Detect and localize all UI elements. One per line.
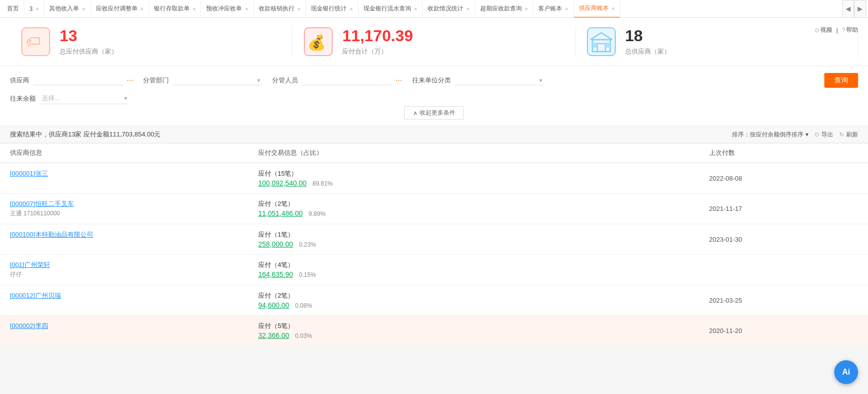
chevron-up-icon: ∧ (413, 110, 418, 117)
payable-percent: 9.89% (309, 210, 326, 217)
tab-cash-stat[interactable]: 现金银行统计 × (306, 0, 358, 18)
close-tab-cash-stat[interactable]: × (350, 6, 353, 12)
person-input[interactable] (302, 75, 391, 85)
nav-next-button[interactable]: ▶ (854, 0, 866, 18)
table-row: [000012]广州贝瑞 应付（2笔） 94,600.00 0.08% 2021… (0, 285, 868, 316)
total-payable-suppliers-number: 13 (60, 27, 118, 45)
payable-info-cell: 应付（2笔） 11,051,486.00 9.89% (258, 199, 709, 218)
last-pay-date: 2020-11-20 (709, 327, 858, 334)
results-bar: 搜索结果中，供应商13家 应付金额111,703,854.00元 排序：按应付余… (0, 126, 868, 143)
category-select[interactable]: ▾ (455, 76, 544, 85)
divider: | (836, 27, 838, 34)
close-tab-adjust[interactable]: × (141, 6, 144, 12)
payable-info-cell: 应付（4笔） 164,635.90 0.15% (258, 261, 709, 279)
supplier-name-link[interactable]: [000007]恒旺二手叉车 (10, 199, 258, 208)
supplier-info-cell: [000012]广州贝瑞 (10, 291, 258, 309)
payable-row: 94,600.00 0.08% (258, 301, 709, 309)
svg-text:💰: 💰 (307, 34, 326, 52)
table-header: 供应商信息 应付交易信息（占比） 上次付数 (0, 143, 868, 163)
filter-supplier: 供应商 ··· (10, 75, 133, 85)
close-tab-receipt[interactable]: × (297, 6, 300, 12)
nav-prev-button[interactable]: ◀ (842, 0, 854, 18)
results-actions: 排序：按应付余额倒序排序 ▾ ⊙ 导出 ↻ 刷新 (732, 131, 858, 139)
svg-rect-8 (605, 43, 610, 48)
tab-overdue[interactable]: 超期应收款查询 × (475, 0, 533, 18)
tab-3[interactable]: 3 × (24, 0, 44, 18)
nav-arrows: ◀ ▶ (842, 0, 866, 18)
tab-receipt[interactable]: 收款核销执行 × (254, 0, 306, 18)
payable-amount-link[interactable]: 94,600.00 (258, 301, 289, 309)
supplier-dots-button[interactable]: ··· (127, 76, 133, 84)
tab-collect-stat[interactable]: 收款情况统计 × (423, 0, 475, 18)
supplier-name-link[interactable]: [000100]本特勤油品有限公司 (10, 230, 258, 239)
last-pay-date: 2023-01-30 (709, 236, 858, 243)
payable-amount-link[interactable]: 164,635.90 (258, 270, 293, 278)
svg-rect-7 (592, 43, 597, 48)
refresh-button[interactable]: ↻ 刷新 (839, 131, 858, 139)
payable-row: 100,092,540.00 89.61% (258, 179, 709, 187)
supplier-name-link[interactable]: [000002]李四 (10, 322, 258, 330)
export-icon: ⊙ (814, 131, 819, 138)
query-button[interactable]: 查询 (824, 73, 858, 88)
supplier-icon: 🏷 (20, 26, 52, 58)
table-row: [000002]李四 应付（5笔） 32,366.00 0.03% 2020-1… (0, 316, 868, 346)
payable-label: 应付（1笔） (258, 230, 709, 239)
play-icon: ⊙ (814, 27, 819, 34)
category-filter-label: 往来单位分类 (412, 76, 451, 85)
total-amount-label: 应付合计（万） (342, 47, 413, 56)
collapse-button[interactable]: ∧ 收起更多条件 (404, 106, 464, 120)
close-tab-3[interactable]: × (36, 6, 39, 12)
payable-percent: 0.23% (299, 241, 316, 248)
close-tab-cash-flow[interactable]: × (414, 6, 417, 12)
tab-adjust[interactable]: 应收应付调整单 × (91, 0, 149, 18)
supplier-info-cell: [001]广州荣轩 仔仔 (10, 261, 258, 279)
close-tab-bank[interactable]: × (193, 6, 196, 12)
payable-label: 应付（15笔） (258, 169, 709, 178)
supplier-name-link[interactable]: [000001]张三 (10, 169, 258, 178)
tab-cash-flow[interactable]: 现金银行流水查询 × (359, 0, 423, 18)
tab-supplier-book[interactable]: 供应商账本 × (574, 0, 620, 18)
payable-amount-link[interactable]: 32,366.00 (258, 331, 289, 339)
supplier-info-cell: [000100]本特勤油品有限公司 (10, 230, 258, 248)
person-filter-label: 分管人员 (272, 76, 298, 85)
payable-amount-link[interactable]: 258,000.00 (258, 240, 293, 248)
tab-home[interactable]: 首页 (2, 0, 24, 18)
supplier-name-link[interactable]: [000012]广州贝瑞 (10, 291, 258, 300)
supplier-name-link[interactable]: [001]广州荣轩 (10, 261, 258, 269)
dept-select[interactable]: ▾ (173, 76, 262, 85)
person-dots-button[interactable]: ··· (395, 76, 402, 84)
tab-other-income[interactable]: 其他收入单 × (44, 0, 90, 18)
balance-select[interactable]: 选择... ▾ (40, 93, 129, 104)
payable-info-cell: 应付（5笔） 32,366.00 0.03% (258, 322, 709, 339)
payable-amount-link[interactable]: 11,051,486.00 (258, 209, 303, 217)
supplier-input[interactable] (33, 75, 123, 85)
supplier-filter-label: 供应商 (10, 76, 29, 85)
payable-row: 32,366.00 0.03% (258, 331, 709, 339)
close-tab-supplier-book[interactable]: × (612, 5, 615, 11)
payable-row: 164,635.90 0.15% (258, 270, 709, 278)
tab-prepay[interactable]: 预收冲应收单 × (201, 0, 253, 18)
payable-label: 应付（5笔） (258, 322, 709, 330)
export-button[interactable]: ⊙ 导出 (814, 131, 833, 139)
last-pay-date: 2022-08-08 (709, 175, 858, 182)
help-links: ⊙ 视频 | ? 帮助 (814, 26, 858, 34)
tab-bank[interactable]: 银行存取款单 × (149, 0, 201, 18)
payable-amount-link[interactable]: 100,092,540.00 (258, 179, 306, 187)
payable-percent: 0.08% (295, 302, 312, 309)
video-help-button[interactable]: ⊙ 视频 (814, 26, 832, 34)
amount-icon: 💰 (302, 26, 334, 58)
category-chevron-down-icon: ▾ (539, 77, 542, 84)
tab-customer-book[interactable]: 客户账本 × (533, 0, 574, 18)
close-tab-prepay[interactable]: × (245, 6, 248, 12)
filter-balance: 往来余额 选择... ▾ (10, 93, 129, 104)
help-button[interactable]: ? 帮助 (842, 26, 858, 34)
table-row: [000001]张三 应付（15笔） 100,092,540.00 89.61%… (0, 163, 868, 194)
close-tab-other-income[interactable]: × (82, 6, 85, 12)
payable-percent: 0.15% (299, 271, 316, 278)
filter-person: 分管人员 ··· (272, 75, 402, 85)
sort-button[interactable]: 排序：按应付余额倒序排序 ▾ (732, 131, 808, 139)
close-tab-customer-book[interactable]: × (565, 6, 568, 12)
close-tab-collect-stat[interactable]: × (466, 6, 469, 12)
question-icon: ? (842, 27, 845, 34)
close-tab-overdue[interactable]: × (525, 6, 528, 12)
